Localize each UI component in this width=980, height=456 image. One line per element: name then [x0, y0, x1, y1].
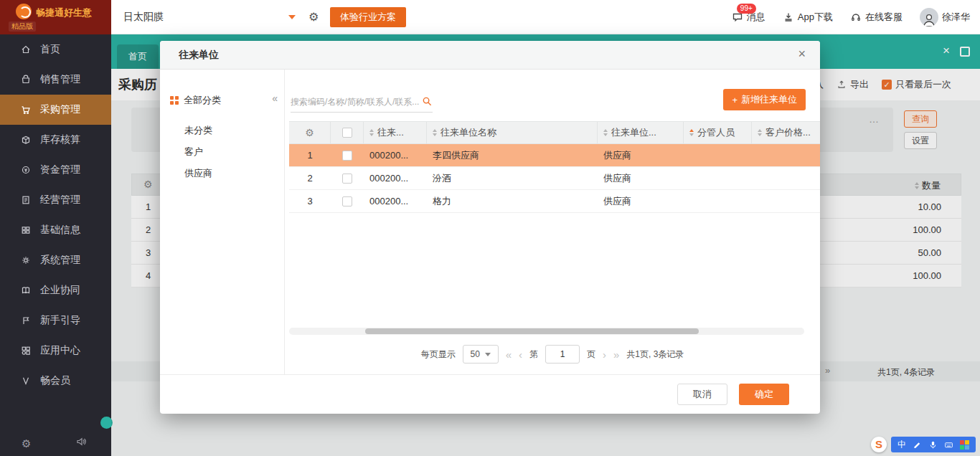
row-type: 供应商: [598, 195, 684, 208]
speaker-icon[interactable]: [75, 436, 87, 450]
sidebar-item-guide[interactable]: 新手引导: [0, 305, 111, 336]
online-service-label: 在线客服: [865, 11, 903, 24]
sort-icon: [369, 129, 374, 136]
manager-column-header[interactable]: 分管人员: [684, 122, 752, 143]
partner-row[interactable]: 3 000200... 格力 供应商: [289, 190, 820, 213]
sidebar-item-member[interactable]: 畅会员: [0, 366, 111, 396]
user-menu[interactable]: 徐泽华: [920, 8, 970, 27]
sidebar-item-purchase[interactable]: 采购管理: [0, 95, 111, 125]
sidebar: 首页 销售管理 采购管理 库存核算 资金管理 经营管理 基础信息 系统管理: [0, 34, 111, 456]
sort-icon: [433, 129, 437, 136]
last-page-icon[interactable]: »: [613, 348, 619, 361]
type-column-header[interactable]: 往来单位...: [598, 122, 684, 143]
modal-pagination: 每页显示 50 « ‹ 第 页 › » 共1页, 3条记录: [285, 345, 820, 364]
next-page-icon[interactable]: ›: [603, 348, 606, 361]
sidebar-item-basic-info[interactable]: 基础信息: [0, 215, 111, 245]
messages-button[interactable]: 99+ 消息: [732, 11, 765, 24]
username: 徐泽华: [942, 11, 970, 24]
category-panel: 全部分类 « 未分类 客户 供应商: [160, 70, 285, 374]
sort-icon: [758, 129, 762, 136]
ime-pill: 中: [891, 437, 976, 452]
experience-plan-button[interactable]: 体验行业方案: [330, 7, 406, 27]
page-label-before: 第: [529, 348, 538, 361]
home-icon: [20, 44, 32, 55]
ime-toolbox-icon[interactable]: [960, 440, 969, 450]
name-column-header[interactable]: 往来单位名称: [427, 122, 598, 143]
add-partner-label: 新增往来单位: [741, 93, 797, 106]
per-page-label: 每页显示: [421, 348, 456, 361]
search-input[interactable]: [291, 97, 422, 107]
column-settings-gear-icon[interactable]: ⚙: [289, 122, 331, 143]
online-service-button[interactable]: 在线客服: [850, 11, 903, 24]
logo-icon: [16, 4, 32, 19]
sidebar-item-home[interactable]: 首页: [0, 34, 111, 65]
select-all-checkbox[interactable]: [331, 122, 364, 143]
first-page-icon[interactable]: «: [506, 348, 512, 361]
apps-icon: [20, 345, 32, 356]
ime-chinese-mode-icon[interactable]: 中: [897, 439, 906, 451]
company-select-value: 日太阳膜: [123, 11, 164, 24]
modal-close-icon[interactable]: ×: [798, 47, 806, 62]
row-index: 3: [289, 196, 331, 206]
search-icon[interactable]: [422, 96, 433, 107]
app-download-button[interactable]: App下载: [783, 11, 833, 24]
row-type: 供应商: [598, 172, 684, 185]
page-label-after: 页: [587, 348, 595, 361]
row-checkbox[interactable]: [331, 174, 364, 184]
row-checkbox[interactable]: [331, 196, 364, 206]
sidebar-gear-icon[interactable]: ⚙: [22, 437, 31, 450]
ime-keyboard-icon[interactable]: [944, 440, 953, 450]
category-item-uncategorized[interactable]: 未分类: [160, 120, 284, 141]
settings-gear-icon[interactable]: ⚙: [308, 10, 319, 24]
sort-icon: [603, 129, 608, 136]
checkbox-icon: [342, 151, 352, 161]
scrollbar-thumb[interactable]: [365, 328, 699, 334]
confirm-button[interactable]: 确定: [739, 384, 789, 405]
sidebar-item-system[interactable]: 系统管理: [0, 245, 111, 275]
app-logo[interactable]: 畅捷通好生意 精品版: [0, 0, 111, 34]
row-name: 汾酒: [427, 172, 598, 185]
page-number-input[interactable]: [545, 345, 580, 364]
partner-table-header: ⚙ 往来... 往来单位名称 往来单位... 分管人员 客户价格...: [289, 121, 820, 144]
sidebar-item-label: 销售管理: [40, 73, 80, 86]
company-select[interactable]: 日太阳膜: [123, 0, 296, 34]
sidebar-item-operations[interactable]: 经营管理: [0, 185, 111, 215]
row-index: 2: [289, 173, 331, 184]
ime-pen-icon[interactable]: [913, 440, 922, 450]
logo-title: 畅捷通好生意: [36, 6, 92, 19]
partner-row-selected[interactable]: 1 000200... 李四供应商 供应商: [289, 144, 820, 167]
all-categories-item[interactable]: 全部分类: [170, 94, 221, 107]
modal-body: 全部分类 « 未分类 客户 供应商 + 新增往来单位: [160, 70, 820, 374]
sidebar-item-inventory[interactable]: 库存核算: [0, 125, 111, 155]
sidebar-item-label: 企业协同: [40, 284, 80, 297]
sidebar-item-label: 应用中心: [40, 344, 80, 357]
cancel-button[interactable]: 取消: [677, 384, 727, 405]
sidebar-item-collaboration[interactable]: 企业协同: [0, 275, 111, 305]
add-partner-button[interactable]: + 新增往来单位: [723, 89, 806, 110]
sidebar-item-app-center[interactable]: 应用中心: [0, 336, 111, 366]
price-column-header[interactable]: 客户价格...: [752, 122, 820, 143]
sogou-logo-icon[interactable]: S: [871, 437, 887, 452]
categories-grid-icon: [170, 96, 179, 105]
modal-header: 往来单位 ×: [160, 41, 820, 70]
partner-row[interactable]: 2 000200... 汾酒 供应商: [289, 167, 820, 190]
per-page-value: 50: [470, 349, 479, 359]
category-item-customer[interactable]: 客户: [160, 141, 284, 163]
gear-icon: [20, 255, 32, 266]
per-page-select[interactable]: 50: [463, 345, 499, 364]
category-item-supplier[interactable]: 供应商: [160, 163, 284, 184]
book-icon: [20, 285, 32, 296]
row-code: 000200...: [364, 196, 427, 206]
prev-page-icon[interactable]: ‹: [519, 348, 522, 361]
sidebar-item-funds[interactable]: 资金管理: [0, 155, 111, 185]
collapse-panel-icon[interactable]: «: [272, 92, 278, 104]
row-index: 1: [289, 150, 331, 161]
modal-footer: 取消 确定: [160, 374, 820, 414]
ime-mic-icon[interactable]: [928, 440, 938, 450]
row-checkbox[interactable]: [331, 151, 364, 161]
sidebar-item-sales[interactable]: 销售管理: [0, 65, 111, 95]
code-column-header[interactable]: 往来...: [364, 122, 427, 143]
flag-icon: [20, 315, 32, 326]
topbar: 畅捷通好生意 精品版 日太阳膜 ⚙ 体验行业方案 99+ 消息 App下载 在线…: [0, 0, 980, 34]
horizontal-scrollbar[interactable]: [289, 328, 804, 335]
